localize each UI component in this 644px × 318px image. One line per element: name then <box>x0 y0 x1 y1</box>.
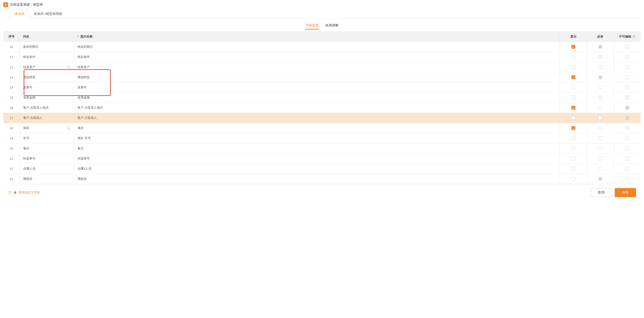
title-prefix: 当前设置单据： <box>10 2 33 6</box>
row-display-name[interactable]: 发票金额 <box>74 92 560 102</box>
checkbox-noedit[interactable] <box>625 65 629 69</box>
checkbox-show[interactable] <box>572 146 575 150</box>
checkbox-show[interactable] <box>572 157 575 160</box>
checkbox-noedit[interactable] <box>625 146 629 150</box>
row-column-name: 票据类型 <box>20 72 74 82</box>
row-display-name[interactable]: 预收款 <box>74 174 560 184</box>
sub-tab-0[interactable]: 字段设置 <box>305 22 319 30</box>
row-display-name[interactable]: 发票号 <box>74 82 560 92</box>
row-display-name[interactable]: 项目 <box>74 123 560 133</box>
row-display-name[interactable]: 票据类型 <box>74 72 560 82</box>
column-name-label: 预收款 <box>23 177 32 181</box>
checkbox-noedit[interactable] <box>625 157 629 160</box>
row-seq: 23 <box>3 174 20 184</box>
expand-toggle[interactable] <box>3 2 8 7</box>
checkbox-required <box>598 45 602 49</box>
cell-show <box>560 113 587 123</box>
checkbox-required[interactable] <box>598 136 602 140</box>
checkbox-noedit[interactable] <box>625 167 629 170</box>
table-row: 11收款条件收款条件 <box>3 52 641 62</box>
table-row: 21快递单号快递单号 <box>3 154 641 164</box>
cell-required <box>587 52 614 62</box>
row-display-name[interactable]: 结算客户 <box>74 62 560 72</box>
checkbox-show[interactable] <box>572 55 575 59</box>
checkbox-show[interactable] <box>572 86 575 89</box>
add-icon[interactable]: + <box>66 65 71 69</box>
row-display-name[interactable]: 步骤1人员 <box>74 164 560 174</box>
row-display-name[interactable]: 项目.车号 <box>74 133 560 143</box>
tab-0[interactable]: 表头区 <box>10 9 29 19</box>
checkbox-show[interactable] <box>572 75 575 79</box>
checkbox-required[interactable] <box>598 146 602 150</box>
footer-bar: ? 管理自定义字段 取消 保存 <box>3 184 641 201</box>
row-seq: 21 <box>3 154 20 164</box>
row-display-name[interactable]: 收款到期日 <box>74 42 560 52</box>
cell-noedit <box>614 92 641 102</box>
column-name-label: 发票金额 <box>23 96 36 100</box>
help-icon[interactable]: ? <box>632 35 636 38</box>
checkbox-show[interactable] <box>572 96 575 100</box>
checkbox-required[interactable] <box>598 167 602 170</box>
checkbox-required[interactable] <box>598 65 602 69</box>
row-column-name: 客户.主联系人电话 <box>20 103 74 113</box>
cell-show <box>560 72 587 82</box>
checkbox-required[interactable] <box>598 126 602 130</box>
table-row: 19车号项目.车号 <box>3 133 641 144</box>
checkbox-noedit[interactable] <box>625 136 629 140</box>
row-display-name[interactable]: 收款条件 <box>74 52 560 62</box>
checkbox-noedit[interactable] <box>625 55 629 59</box>
checkbox-noedit[interactable] <box>625 45 629 49</box>
checkbox-required[interactable] <box>598 86 602 89</box>
cell-required <box>587 42 614 52</box>
row-seq: 18 <box>3 123 20 133</box>
row-column-name: 备注 <box>20 144 74 153</box>
column-name-label: 收款到期日 <box>23 45 38 49</box>
cell-noedit <box>614 174 641 184</box>
cell-required <box>587 133 614 143</box>
row-column-name: 结算客户+ <box>20 62 74 72</box>
checkbox-noedit[interactable] <box>625 86 629 89</box>
save-button[interactable]: 保存 <box>615 188 636 197</box>
checkbox-show[interactable] <box>572 167 575 170</box>
cell-show <box>560 92 587 102</box>
cell-required <box>587 164 614 174</box>
cell-noedit <box>614 133 641 143</box>
checkbox-show[interactable] <box>572 116 575 120</box>
sub-tab-1[interactable]: 布局调整 <box>325 22 339 30</box>
cell-noedit <box>614 62 641 72</box>
col-header-display: * 显示名称 <box>74 32 560 42</box>
manage-custom-fields-link[interactable]: 管理自定义字段 <box>18 190 40 195</box>
row-display-name[interactable]: 备注 <box>74 144 560 153</box>
checkbox-show[interactable] <box>572 65 575 69</box>
row-display-name[interactable]: 快递单号 <box>74 154 560 164</box>
required-star: * <box>78 35 79 38</box>
column-name-label: 步骤人员 <box>23 166 36 171</box>
checkbox-required[interactable] <box>598 106 602 110</box>
row-display-name[interactable]: 客户.主联系人电话 <box>74 103 560 113</box>
table-row: 10收款到期日收款到期日 <box>3 42 641 52</box>
cell-show <box>560 164 587 174</box>
checkbox-show[interactable] <box>572 177 575 181</box>
add-icon[interactable]: + <box>66 126 71 130</box>
checkbox-noedit[interactable] <box>625 177 629 181</box>
cancel-button[interactable]: 取消 <box>590 188 612 197</box>
checkbox-required[interactable] <box>598 116 602 120</box>
checkbox-noedit <box>625 116 629 120</box>
table-row: 15发票金额发票金额 <box>3 92 641 103</box>
table-row: 16客户.主联系人电话客户.主联系人电话 <box>3 103 641 113</box>
cell-required <box>587 62 614 72</box>
column-name-label: 收款条件 <box>23 55 36 59</box>
row-display-name[interactable]: 客户.主联系人 <box>74 113 560 123</box>
tab-1[interactable]: 表体区–销货单明细 <box>29 9 66 19</box>
checkbox-required[interactable] <box>598 157 602 160</box>
checkbox-noedit[interactable] <box>625 75 629 79</box>
row-column-name: 收款条件 <box>20 52 74 62</box>
checkbox-show[interactable] <box>572 126 575 130</box>
row-seq: 16 <box>3 103 20 113</box>
cell-noedit <box>614 123 641 133</box>
checkbox-show[interactable] <box>572 45 575 49</box>
cell-show <box>560 154 587 164</box>
help-icon[interactable]: ? <box>8 191 11 194</box>
checkbox-show[interactable] <box>572 106 575 110</box>
checkbox-show[interactable] <box>572 136 575 140</box>
